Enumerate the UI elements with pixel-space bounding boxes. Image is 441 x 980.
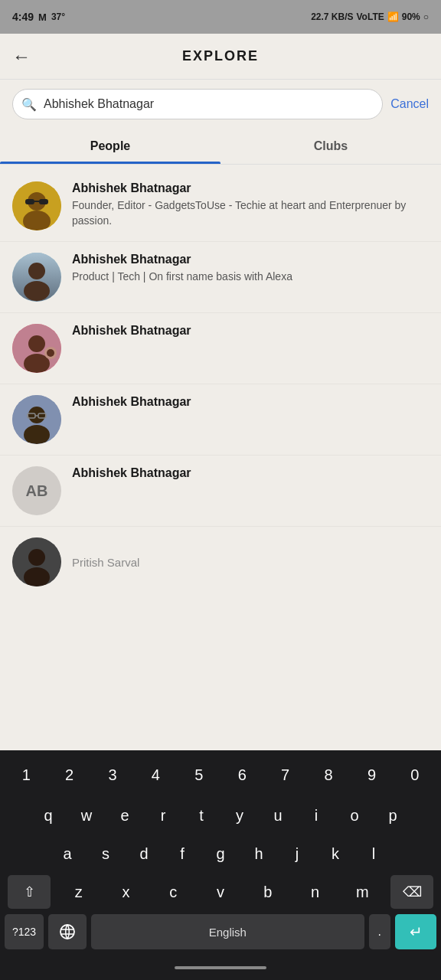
search-bar: 🔍 Cancel (0, 80, 441, 129)
key-c[interactable]: c (154, 875, 192, 909)
key-p[interactable]: p (374, 799, 412, 832)
person-name: Abhishek Bhatnagar (72, 181, 429, 195)
period-key[interactable]: . (369, 914, 390, 949)
keyboard-bottom-row: ?123 English . ↵ (0, 911, 441, 956)
keyboard: 1 2 3 4 5 6 7 8 9 0 q w e r t y u i o p … (0, 750, 441, 980)
person-name: Abhishek Bhatnagar (72, 466, 429, 480)
key-h[interactable]: h (240, 837, 278, 871)
key-w[interactable]: w (67, 799, 106, 832)
temp: 37° (51, 11, 65, 22)
space-key[interactable]: English (91, 914, 364, 949)
key-6[interactable]: 6 (220, 758, 263, 792)
key-q[interactable]: q (29, 799, 67, 832)
list-item[interactable]: Abhishek Bhatnagar (0, 313, 441, 384)
key-u[interactable]: u (259, 799, 297, 832)
nav-handle (175, 966, 266, 969)
key-l[interactable]: l (354, 837, 393, 871)
key-v[interactable]: v (201, 875, 240, 909)
avatar: AB (12, 466, 61, 515)
svg-point-24 (60, 925, 74, 939)
key-9[interactable]: 9 (350, 758, 393, 792)
avatar (12, 324, 61, 373)
list-item-partial[interactable]: Pritish Sarval (0, 527, 441, 597)
back-button[interactable]: ← (12, 46, 31, 67)
key-2[interactable]: 2 (47, 758, 90, 792)
numbers-key[interactable]: ?123 (5, 914, 44, 949)
tab-clubs[interactable]: Clubs (220, 129, 441, 164)
key-3[interactable]: 3 (91, 758, 134, 792)
delete-key[interactable]: ⌫ (390, 875, 433, 909)
person-info: Abhishek Bhatnagar Product | Tech | On f… (72, 253, 429, 285)
key-i[interactable]: i (297, 799, 335, 832)
key-e[interactable]: e (106, 799, 144, 832)
avatar (12, 181, 61, 230)
svg-point-14 (47, 349, 54, 357)
person-info: Abhishek Bhatnagar (72, 395, 429, 412)
key-8[interactable]: 8 (307, 758, 350, 792)
key-g[interactable]: g (201, 837, 240, 871)
keyboard-row-1: q w e r t y u i o p (0, 796, 441, 835)
battery: 90% (402, 11, 420, 22)
avatar-partial (12, 537, 61, 586)
key-d[interactable]: d (125, 837, 163, 871)
tab-people[interactable]: People (0, 129, 220, 164)
key-k[interactable]: k (316, 837, 354, 871)
list-item[interactable]: Abhishek Bhatnagar Founder, Editor - Gad… (0, 171, 441, 242)
avatar (12, 253, 61, 302)
list-item[interactable]: AB Abhishek Bhatnagar (0, 456, 441, 527)
battery-icon: ○ (423, 11, 429, 22)
key-f[interactable]: f (163, 837, 201, 871)
volte: VoLTE (357, 11, 384, 22)
svg-point-8 (28, 263, 45, 279)
space-label: English (209, 926, 247, 939)
status-right: 22.7 KB/S VoLTE 📶 90% ○ (311, 11, 429, 22)
network-icon: 📶 (387, 11, 399, 22)
key-s[interactable]: s (87, 837, 125, 871)
key-j[interactable]: j (278, 837, 316, 871)
svg-point-11 (28, 335, 45, 352)
key-n[interactable]: n (296, 875, 335, 909)
key-1[interactable]: 1 (5, 758, 47, 792)
shift-key[interactable]: ⇧ (8, 875, 51, 909)
globe-key[interactable] (48, 914, 87, 949)
enter-key[interactable]: ↵ (395, 914, 436, 949)
svg-point-17 (24, 425, 50, 444)
list-item[interactable]: Abhishek Bhatnagar Product | Tech | On f… (0, 242, 441, 313)
key-5[interactable]: 5 (178, 758, 220, 792)
partial-name: Pritish Sarval (72, 556, 429, 569)
person-name: Abhishek Bhatnagar (72, 253, 429, 266)
key-0[interactable]: 0 (394, 758, 436, 792)
person-info-partial: Pritish Sarval (72, 556, 429, 569)
list-item[interactable]: Abhishek Bhatnagar (0, 384, 441, 456)
status-left: 4:49 M 37° (12, 11, 65, 23)
cancel-button[interactable]: Cancel (390, 97, 429, 111)
key-t[interactable]: t (182, 799, 220, 832)
key-z[interactable]: z (60, 875, 98, 909)
search-wrapper: 🔍 (12, 89, 383, 119)
key-a[interactable]: a (48, 837, 87, 871)
key-m[interactable]: m (343, 875, 381, 909)
speed: 22.7 KB/S (311, 11, 353, 22)
person-bio: Founder, Editor - GadgetsToUse - Techie … (72, 198, 429, 228)
status-bar: 4:49 M 37° 22.7 KB/S VoLTE 📶 90% ○ (0, 0, 441, 34)
svg-point-22 (28, 549, 45, 566)
tabs: People Clubs (0, 129, 441, 165)
key-x[interactable]: x (107, 875, 145, 909)
key-y[interactable]: y (220, 799, 259, 832)
keyboard-row-3: ⇧ z x c v b n m ⌫ (0, 873, 441, 911)
key-o[interactable]: o (335, 799, 374, 832)
people-list: Abhishek Bhatnagar Founder, Editor - Gad… (0, 165, 441, 603)
person-name: Abhishek Bhatnagar (72, 324, 429, 338)
person-info: Abhishek Bhatnagar Founder, Editor - Gad… (72, 181, 429, 228)
person-bio: Product | Tech | On first name basis wit… (72, 270, 429, 285)
svg-point-9 (24, 281, 50, 301)
key-r[interactable]: r (144, 799, 182, 832)
svg-rect-4 (39, 199, 48, 204)
time: 4:49 (12, 11, 34, 23)
keyboard-number-row: 1 2 3 4 5 6 7 8 9 0 (0, 750, 441, 796)
key-b[interactable]: b (249, 875, 287, 909)
person-info: Abhishek Bhatnagar (72, 466, 429, 483)
search-input[interactable] (12, 89, 383, 119)
key-7[interactable]: 7 (263, 758, 306, 792)
key-4[interactable]: 4 (134, 758, 177, 792)
